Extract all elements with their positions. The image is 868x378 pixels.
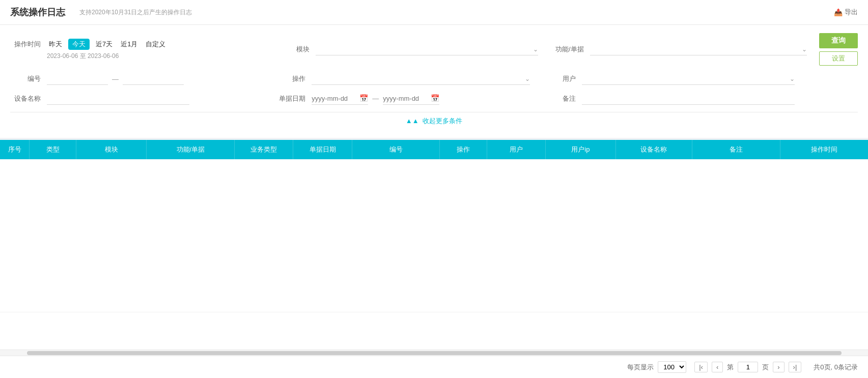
filter-row-1: 操作时间 昨天 今天 近7天 近1月 自定义 2023-06-06 至 2023… bbox=[10, 33, 858, 66]
time-btn-custom[interactable]: 自定义 bbox=[144, 39, 167, 50]
function-chevron-icon: ⌄ bbox=[802, 46, 807, 53]
remark-input[interactable] bbox=[582, 93, 795, 105]
code-dash: — bbox=[112, 75, 119, 83]
table-header-row: 序号 类型 模块 功能/单据 业务类型 单据日期 编号 操作 用户 用户ip 设… bbox=[0, 140, 868, 159]
page-header: 系统操作日志 支持2020年10月31日之后产生的操作日志 📤 导出 bbox=[0, 0, 868, 25]
filter-panel: 操作时间 昨天 今天 近7天 近1月 自定义 2023-06-06 至 2023… bbox=[0, 25, 868, 138]
date-start-input[interactable] bbox=[312, 95, 357, 102]
page-title: 系统操作日志 bbox=[10, 6, 65, 18]
table-body bbox=[0, 159, 868, 312]
time-btn-7days[interactable]: 近7天 bbox=[94, 39, 115, 50]
table-container: 序号 类型 模块 功能/单据 业务类型 单据日期 编号 操作 用户 用户ip 设… bbox=[0, 140, 868, 350]
empty-area bbox=[0, 159, 868, 312]
page-unit: 页 bbox=[762, 363, 769, 372]
user-filter-group: 用户 ⌄ bbox=[540, 73, 795, 85]
scrollbar-thumb bbox=[27, 351, 842, 355]
page-first-button[interactable]: |‹ bbox=[694, 362, 708, 372]
page-container: 系统操作日志 支持2020年10月31日之后产生的操作日志 📤 导出 操作时间 … bbox=[0, 0, 868, 378]
user-chevron-icon: ⌄ bbox=[790, 75, 795, 82]
device-filter-group: 设备名称 bbox=[10, 93, 265, 105]
voucher-date-label: 单据日期 bbox=[275, 94, 305, 103]
col-device: 设备名称 bbox=[616, 140, 692, 159]
time-buttons: 昨天 今天 近7天 近1月 自定义 bbox=[47, 39, 167, 50]
settings-button[interactable]: 设置 bbox=[819, 51, 858, 66]
page-next-button[interactable]: › bbox=[773, 362, 784, 372]
col-function: 功能/单据 bbox=[147, 140, 235, 159]
col-user: 用户 bbox=[487, 140, 545, 159]
device-label: 设备名称 bbox=[10, 94, 41, 103]
collapse-bar[interactable]: ▲▲ 收起更多条件 bbox=[10, 112, 858, 130]
date-dash: — bbox=[372, 95, 379, 102]
data-table: 序号 类型 模块 功能/单据 业务类型 单据日期 编号 操作 用户 用户ip 设… bbox=[0, 140, 868, 312]
pagination-summary: 共0页, 0条记录 bbox=[814, 363, 858, 372]
page-input[interactable] bbox=[738, 362, 758, 372]
col-voucher-date: 单据日期 bbox=[293, 140, 352, 159]
user-select[interactable]: ⌄ bbox=[582, 73, 795, 85]
module-chevron-icon: ⌄ bbox=[533, 46, 538, 53]
module-filter-group: 模块 ⌄ bbox=[279, 44, 538, 55]
action-buttons: 查询 设置 bbox=[819, 33, 858, 66]
calendar-start-icon[interactable]: 📅 bbox=[359, 94, 368, 102]
col-index: 序号 bbox=[0, 140, 30, 159]
query-button[interactable]: 查询 bbox=[819, 33, 858, 48]
voucher-date-filter-group: 单据日期 📅 — 📅 bbox=[275, 92, 529, 105]
pagination: 每页显示 100 50 200 |‹ ‹ 第 页 › ›| 共0页, 0条记录 bbox=[0, 356, 868, 378]
time-btn-yesterday[interactable]: 昨天 bbox=[47, 39, 64, 50]
time-label: 操作时间 bbox=[10, 39, 41, 49]
time-range: 2023-06-06 至 2023-06-06 bbox=[47, 52, 167, 61]
col-type: 类型 bbox=[30, 140, 76, 159]
col-user-ip: 用户ip bbox=[545, 140, 615, 159]
time-filter-group: 操作时间 昨天 今天 近7天 近1月 自定义 2023-06-06 至 2023… bbox=[10, 39, 269, 61]
operation-label: 操作 bbox=[275, 74, 305, 83]
operation-filter-group: 操作 ⌄ bbox=[275, 73, 529, 85]
function-label: 功能/单据 bbox=[548, 45, 584, 54]
col-operation: 操作 bbox=[440, 140, 487, 159]
code-input-start[interactable] bbox=[47, 73, 108, 85]
remark-label: 备注 bbox=[540, 94, 576, 103]
col-op-time: 操作时间 bbox=[780, 140, 868, 159]
date-start-wrap: 📅 bbox=[312, 92, 368, 105]
function-select[interactable]: ⌄ bbox=[590, 44, 807, 55]
col-module: 模块 bbox=[76, 140, 147, 159]
code-filter-group: 编号 — bbox=[10, 73, 265, 85]
export-button[interactable]: 📤 导出 bbox=[834, 8, 858, 17]
page-last-button[interactable]: ›| bbox=[789, 362, 802, 372]
page-prev-button[interactable]: ‹ bbox=[712, 362, 723, 372]
export-label: 导出 bbox=[845, 8, 858, 17]
remark-filter-group: 备注 bbox=[540, 93, 795, 105]
time-options: 昨天 今天 近7天 近1月 自定义 2023-06-06 至 2023-06-0… bbox=[47, 39, 167, 61]
module-select[interactable]: ⌄ bbox=[316, 44, 538, 55]
operation-select[interactable]: ⌄ bbox=[312, 73, 529, 85]
device-input[interactable] bbox=[47, 93, 189, 105]
time-btn-1month[interactable]: 近1月 bbox=[119, 39, 139, 50]
col-business-type: 业务类型 bbox=[235, 140, 293, 159]
empty-row bbox=[0, 159, 868, 312]
code-input-end[interactable] bbox=[123, 73, 184, 85]
col-code: 编号 bbox=[352, 140, 440, 159]
date-end-wrap: 📅 bbox=[383, 92, 439, 105]
scrollbar-area[interactable] bbox=[0, 350, 868, 356]
per-page-select[interactable]: 100 50 200 bbox=[658, 361, 686, 373]
col-remark: 备注 bbox=[692, 140, 780, 159]
code-label: 编号 bbox=[10, 74, 41, 83]
operation-chevron-icon: ⌄ bbox=[525, 75, 530, 82]
page-label: 第 bbox=[727, 363, 734, 372]
collapse-label: 收起更多条件 bbox=[423, 117, 462, 125]
per-page-label: 每页显示 bbox=[627, 363, 654, 372]
date-end-input[interactable] bbox=[383, 95, 429, 102]
filter-row-2: 编号 — 操作 ⌄ 用户 ⌄ bbox=[10, 73, 858, 85]
user-label: 用户 bbox=[540, 74, 576, 83]
table-header: 序号 类型 模块 功能/单据 业务类型 单据日期 编号 操作 用户 用户ip 设… bbox=[0, 140, 868, 159]
module-label: 模块 bbox=[279, 45, 310, 54]
page-subtitle: 支持2020年10月31日之后产生的操作日志 bbox=[79, 8, 192, 17]
export-icon: 📤 bbox=[834, 8, 843, 16]
time-btn-today[interactable]: 今天 bbox=[68, 39, 90, 50]
collapse-icon: ▲▲ bbox=[406, 117, 419, 125]
function-filter-group: 功能/单据 ⌄ bbox=[548, 44, 807, 55]
calendar-end-icon[interactable]: 📅 bbox=[431, 94, 439, 102]
filter-row-3: 设备名称 单据日期 📅 — 📅 备注 bbox=[10, 92, 858, 105]
